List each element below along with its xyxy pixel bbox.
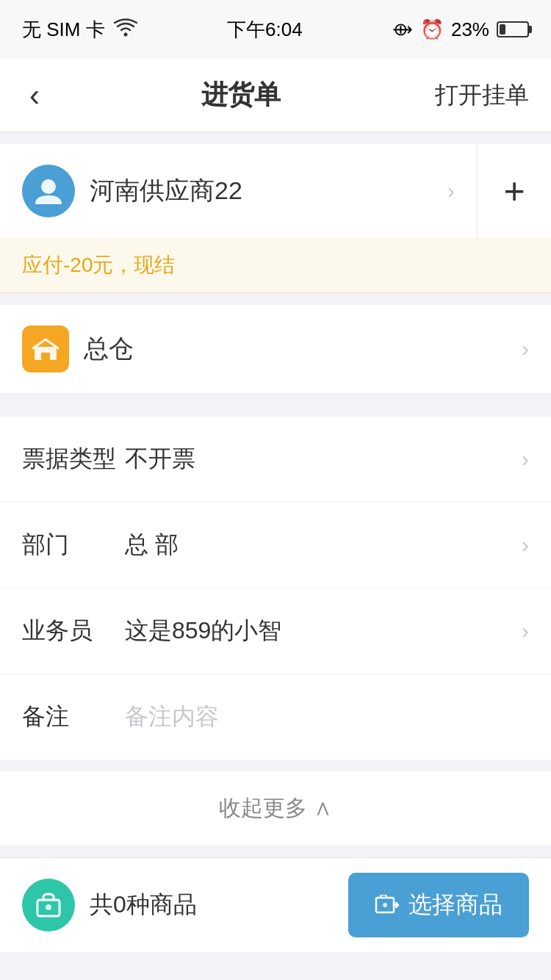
remark-row[interactable]: 备注 备注内容 [0, 674, 551, 760]
back-button[interactable]: ‹ [22, 71, 47, 120]
department-chevron-icon: › [522, 533, 529, 558]
remark-input[interactable]: 备注内容 [125, 701, 529, 733]
page-title: 进货单 [201, 77, 281, 113]
notice-text: 应付-20元，现结 [22, 253, 175, 276]
battery-fill [500, 24, 505, 35]
svg-point-5 [46, 904, 51, 910]
warehouse-name: 总仓 [84, 332, 514, 366]
svg-rect-3 [41, 353, 50, 360]
svg-point-1 [41, 179, 56, 194]
salesperson-value: 这是859的小智 [125, 615, 514, 647]
collapse-label: 收起更多 ∧ [219, 793, 331, 824]
location-icon: ⟴ [392, 19, 413, 40]
select-goods-button[interactable]: 选择商品 [348, 873, 529, 937]
supplier-section: 河南供应商22 › + [0, 144, 551, 238]
select-goods-label: 选择商品 [408, 889, 503, 921]
remark-label: 备注 [22, 701, 125, 733]
invoice-type-chevron-icon: › [522, 447, 529, 472]
collapse-button[interactable]: 收起更多 ∧ [0, 771, 551, 846]
status-right: ⟴ ⏰ 23% [392, 18, 529, 41]
divider-1 [0, 293, 551, 305]
svg-point-7 [383, 903, 387, 907]
invoice-type-value: 不开票 [125, 443, 514, 475]
warehouse-icon [22, 325, 69, 372]
content: 河南供应商22 › + 应付-20元，现结 总仓 › 票据类型 不 [0, 132, 551, 980]
supplier-chevron-icon: › [447, 179, 455, 203]
page-background [0, 952, 551, 980]
divider-2 [0, 405, 551, 417]
department-value: 总 部 [125, 529, 514, 561]
wifi-icon [114, 18, 137, 42]
svg-point-0 [123, 32, 127, 36]
alarm-icon: ⏰ [420, 18, 444, 41]
time-label: 下午6:04 [227, 17, 303, 43]
bottom-bar: 共0种商品 选择商品 [0, 857, 551, 952]
nav-bar: ‹ 进货单 打开挂单 [0, 59, 551, 132]
open-pending-button[interactable]: 打开挂单 [435, 79, 529, 112]
notice-banner: 应付-20元，现结 [0, 238, 551, 293]
invoice-type-row[interactable]: 票据类型 不开票 › [0, 417, 551, 502]
add-supplier-button[interactable]: + [478, 144, 551, 238]
salesperson-label: 业务员 [22, 615, 125, 647]
invoice-type-label: 票据类型 [22, 443, 125, 475]
warehouse-selector[interactable]: 总仓 › [0, 305, 551, 393]
supplier-selector[interactable]: 河南供应商22 › [0, 144, 478, 238]
supplier-avatar [22, 165, 75, 217]
product-icon [22, 879, 75, 932]
status-left: 无 SIM 卡 [22, 17, 137, 43]
battery-icon [497, 21, 529, 37]
department-label: 部门 [22, 529, 125, 561]
supplier-name: 河南供应商22 [90, 174, 440, 208]
form-section: 票据类型 不开票 › 部门 总 部 › 业务员 这是859的小智 › 备注 备注… [0, 417, 551, 760]
salesperson-chevron-icon: › [522, 619, 529, 644]
status-bar: 无 SIM 卡 下午6:04 ⟴ ⏰ 23% [0, 0, 551, 59]
department-row[interactable]: 部门 总 部 › [0, 502, 551, 588]
select-goods-icon [375, 895, 400, 915]
salesperson-row[interactable]: 业务员 这是859的小智 › [0, 588, 551, 674]
top-divider [0, 132, 551, 144]
warehouse-card: 总仓 › [0, 305, 551, 393]
product-count-text: 共0种商品 [90, 889, 334, 921]
carrier-label: 无 SIM 卡 [22, 17, 105, 43]
warehouse-chevron-icon: › [522, 336, 529, 361]
battery-percent: 23% [451, 18, 489, 41]
collapse-card: 收起更多 ∧ [0, 771, 551, 846]
